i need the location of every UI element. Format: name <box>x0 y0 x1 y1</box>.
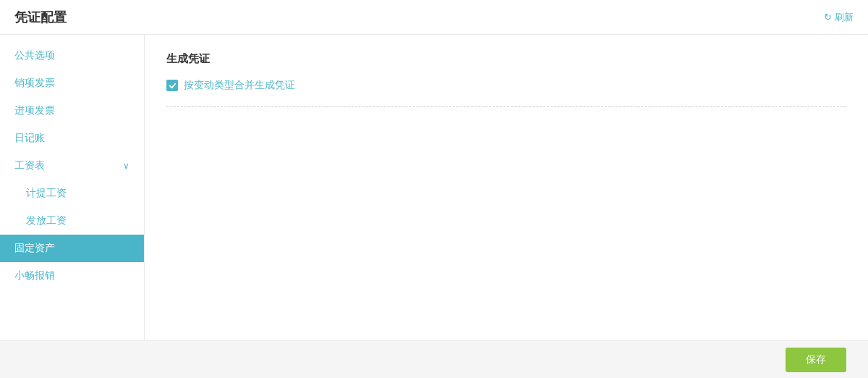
sidebar-item-sales-invoice[interactable]: 销项发票 <box>0 70 144 97</box>
main-content: 生成凭证 按变动类型合并生成凭证 <box>145 35 868 340</box>
sidebar-item-purchase-invoice[interactable]: 进项发票 <box>0 97 144 125</box>
sidebar-item-label-payroll-table: 工资表 <box>14 159 45 172</box>
sidebar-item-label-fixed-assets: 固定资产 <box>14 242 55 255</box>
sidebar-item-label-public-options: 公共选项 <box>14 49 55 62</box>
chevron-down-icon: ∨ <box>123 161 129 171</box>
sidebar-item-journal[interactable]: 日记账 <box>0 125 144 152</box>
refresh-label: 刷新 <box>835 11 854 24</box>
page-title: 凭证配置 <box>14 9 67 26</box>
sidebar-item-public-options[interactable]: 公共选项 <box>0 42 144 70</box>
save-button[interactable]: 保存 <box>786 348 846 372</box>
sidebar-item-label-purchase-invoice: 进项发票 <box>14 104 55 117</box>
merge-generate-label: 按变动类型合并生成凭证 <box>184 79 295 92</box>
sidebar-item-label-petty-expense: 小畅报销 <box>14 269 55 282</box>
footer: 保存 <box>0 340 868 378</box>
sidebar-item-calculate-wage[interactable]: 计提工资 <box>0 180 144 207</box>
section-divider <box>166 106 846 107</box>
sidebar-item-label-journal: 日记账 <box>14 132 45 145</box>
merge-generate-checkbox[interactable] <box>166 80 178 91</box>
sidebar-item-label-sales-invoice: 销项发票 <box>14 77 55 90</box>
header: 凭证配置 ↻ 刷新 <box>0 0 868 35</box>
sidebar-item-payroll-table[interactable]: 工资表∨ <box>0 152 144 180</box>
sidebar-item-distribute-wage[interactable]: 发放工资 <box>0 207 144 235</box>
sidebar-item-fixed-assets[interactable]: 固定资产 <box>0 235 144 262</box>
merge-generate-row[interactable]: 按变动类型合并生成凭证 <box>166 79 846 92</box>
body: 公共选项销项发票进项发票日记账工资表∨计提工资发放工资固定资产小畅报销 生成凭证… <box>0 35 868 340</box>
refresh-icon: ↻ <box>824 12 832 22</box>
sidebar-item-petty-expense[interactable]: 小畅报销 <box>0 262 144 290</box>
section-title: 生成凭证 <box>166 52 846 66</box>
refresh-button[interactable]: ↻ 刷新 <box>824 11 854 24</box>
sidebar: 公共选项销项发票进项发票日记账工资表∨计提工资发放工资固定资产小畅报销 <box>0 35 145 340</box>
